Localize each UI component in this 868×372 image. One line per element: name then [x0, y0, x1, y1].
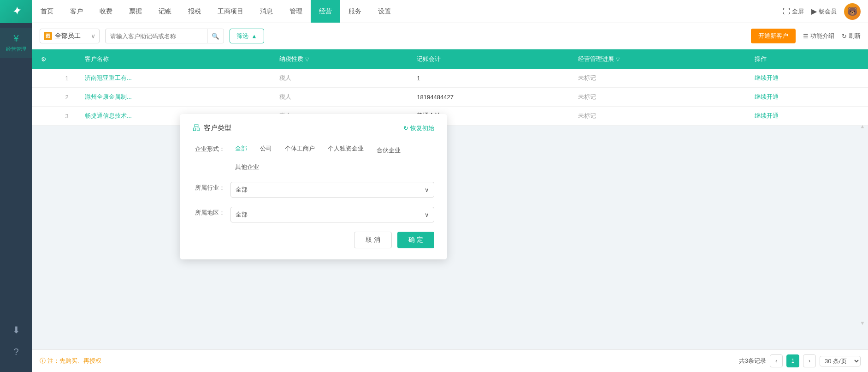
row-progress-2: 未标记 [572, 88, 748, 107]
tax-type-column-header[interactable]: 纳税性质 ▽ [273, 49, 410, 69]
vip-label: 畅会员 [819, 7, 837, 16]
download-icon: ⬇ [12, 324, 20, 336]
row-accountant-2: 18194484427 [410, 88, 572, 107]
cancel-button[interactable]: 取 消 [354, 232, 392, 248]
nav-item-operation[interactable]: 经营 [311, 0, 340, 23]
nav-item-home[interactable]: 首页 [32, 0, 62, 23]
row-settings-2 [32, 88, 55, 107]
page-size-select[interactable]: 30 条/页 50 条/页 100 条/页 [820, 356, 861, 366]
row-action-3[interactable]: 继续开通 [748, 107, 868, 126]
func-icon: ☰ [803, 33, 809, 40]
enterprise-option-individual[interactable]: 个体工商户 [280, 143, 319, 156]
industry-select-wrap: 全部 ∨ [230, 182, 434, 198]
progress-filter-icon: ▽ [616, 56, 620, 62]
search-input[interactable] [106, 33, 207, 40]
nav-item-invoice[interactable]: 票据 [121, 0, 150, 23]
footer: ⓘ 注：先购买、再授权 共3条记录 ‹ 1 › 30 条/页 50 条/页 10… [32, 349, 868, 372]
row-tax-1: 税人 [273, 69, 410, 88]
enterprise-option-company[interactable]: 公司 [255, 143, 277, 156]
filter-panel-title: 品 客户类型 [193, 123, 231, 133]
index-column-header [55, 49, 78, 69]
row-index-2: 2 [55, 88, 78, 107]
region-select[interactable]: 全部 ∨ [230, 207, 434, 222]
filter-button[interactable]: 筛选 ▲ [230, 29, 264, 43]
row-accountant-1: 1 [410, 69, 572, 88]
enterprise-option-sole[interactable]: 个人独资企业 [323, 143, 368, 156]
nav-item-bizproject[interactable]: 工商项目 [209, 0, 252, 23]
row-name-1[interactable]: 济南冠亚重工有... [78, 69, 273, 88]
nav-item-tax[interactable]: 报税 [180, 0, 209, 23]
row-settings-1 [32, 69, 55, 88]
row-action-2[interactable]: 继续开通 [748, 88, 868, 107]
func-label: 功能介绍 [810, 32, 834, 40]
employee-selector[interactable]: 图 全部员工 ∨ [40, 29, 100, 43]
industry-select[interactable]: 全部 ∨ [230, 182, 434, 198]
nav-right: ⛶ 全屏 ▶ 畅会员 🐻 [783, 3, 868, 20]
sidebar-item-download[interactable]: ⬇ [11, 319, 22, 341]
enterprise-option-all[interactable]: 全部 [230, 143, 252, 156]
scroll-down-arrow[interactable]: ▼ [860, 320, 865, 326]
table-container: ⚙ 客户名称 纳税性质 ▽ 记账会计 经营管理进展 ▽ 操作 1 济南冠亚重工有… [32, 49, 868, 349]
refresh-button[interactable]: ↻ 刷新 [842, 32, 861, 40]
nav-item-fee[interactable]: 收费 [91, 0, 121, 23]
filter-panel-title-text: 客户类型 [204, 124, 231, 132]
next-page-button[interactable]: › [803, 354, 816, 367]
industry-dropdown-icon: ∨ [425, 186, 429, 193]
search-button[interactable]: 🔍 [207, 29, 224, 43]
nav-item-settings[interactable]: 设置 [370, 0, 399, 23]
search-icon: 🔍 [212, 33, 219, 40]
nav-item-bookkeeping[interactable]: 记账 [150, 0, 180, 23]
row-index-3: 3 [55, 107, 78, 126]
logo-icon: ✦ [11, 5, 22, 18]
avatar[interactable]: 🐻 [844, 3, 861, 20]
page-1-button[interactable]: 1 [786, 354, 799, 367]
progress-column-header[interactable]: 经营管理进展 ▽ [572, 49, 748, 69]
sidebar-item-help[interactable]: ? [11, 341, 22, 363]
nav-item-customer[interactable]: 客户 [62, 0, 91, 23]
filter-actions: 取 消 确 定 [193, 232, 434, 248]
toolbar: 图 全部员工 ∨ 🔍 筛选 ▲ 开通新客户 ☰ 功能介绍 [32, 23, 868, 49]
refresh-label: 刷新 [849, 32, 861, 40]
main-content: 图 全部员工 ∨ 🔍 筛选 ▲ 开通新客户 ☰ 功能介绍 [32, 23, 868, 372]
nav-item-message[interactable]: 消息 [252, 0, 281, 23]
industry-label: 所属行业： [193, 182, 225, 192]
reset-label: 恢复初始 [410, 124, 434, 132]
enterprise-option-other[interactable]: 其他企业 [230, 162, 264, 173]
nav-item-management[interactable]: 管理 [281, 0, 311, 23]
fullscreen-button[interactable]: ⛶ 全屏 [783, 7, 804, 16]
vip-icon: ▶ [811, 7, 817, 16]
nav-items: 首页 客户 收费 票据 记账 报税 工商项目 消息 管理 经营 服务 设置 [32, 0, 783, 23]
customer-table: ⚙ 客户名称 纳税性质 ▽ 记账会计 经营管理进展 ▽ 操作 1 济南冠亚重工有… [32, 49, 868, 126]
logo[interactable]: ✦ [0, 0, 32, 23]
toolbar-right: 开通新客户 ☰ 功能介绍 ↻ 刷新 [751, 29, 861, 43]
row-progress-3: 未标记 [572, 107, 748, 126]
row-name-2[interactable]: 滁州全康金属制... [78, 88, 273, 107]
footer-note-text: 注：先购买、再授权 [47, 357, 101, 364]
vip-button[interactable]: ▶ 畅会员 [811, 7, 837, 16]
scroll-up-arrow[interactable]: ▲ [860, 123, 865, 130]
nav-item-service[interactable]: 服务 [340, 0, 370, 23]
footer-note: ⓘ 注：先购买、再授权 [40, 357, 101, 365]
top-navigation: ✦ 首页 客户 收费 票据 记账 报税 工商项目 消息 管理 经营 服务 设置 … [0, 0, 868, 23]
table-row: 2 滁州全康金属制... 税人 18194484427 未标记 继续开通 [32, 88, 868, 107]
row-action-1[interactable]: 继续开通 [748, 69, 868, 88]
region-value: 全部 [236, 210, 248, 219]
confirm-button[interactable]: 确 定 [397, 232, 434, 248]
pagination: 共3条记录 ‹ 1 › 30 条/页 50 条/页 100 条/页 [739, 354, 861, 367]
main-layout: ¥ 经营管理 ⬇ ? 图 全部员工 ∨ 🔍 [0, 23, 868, 372]
row-settings-3 [32, 107, 55, 126]
total-records: 共3条记录 [739, 357, 766, 365]
settings-column-header[interactable]: ⚙ [32, 49, 55, 69]
enterprise-option-partnership[interactable]: 合伙企业 [372, 145, 405, 156]
sidebar-item-operation[interactable]: ¥ 经营管理 [0, 28, 32, 58]
func-intro-button[interactable]: ☰ 功能介绍 [803, 32, 834, 40]
region-dropdown-icon: ∨ [425, 211, 429, 218]
open-customer-button[interactable]: 开通新客户 [751, 29, 796, 43]
avatar-icon: 🐻 [847, 6, 857, 17]
sidebar-item-label: 经营管理 [6, 46, 26, 53]
employee-icon: 图 [44, 32, 52, 40]
help-icon: ? [13, 347, 18, 357]
reset-button[interactable]: ↻ 恢复初始 [403, 124, 434, 132]
finance-icon: ¥ [13, 33, 18, 44]
prev-page-button[interactable]: ‹ [770, 354, 783, 367]
